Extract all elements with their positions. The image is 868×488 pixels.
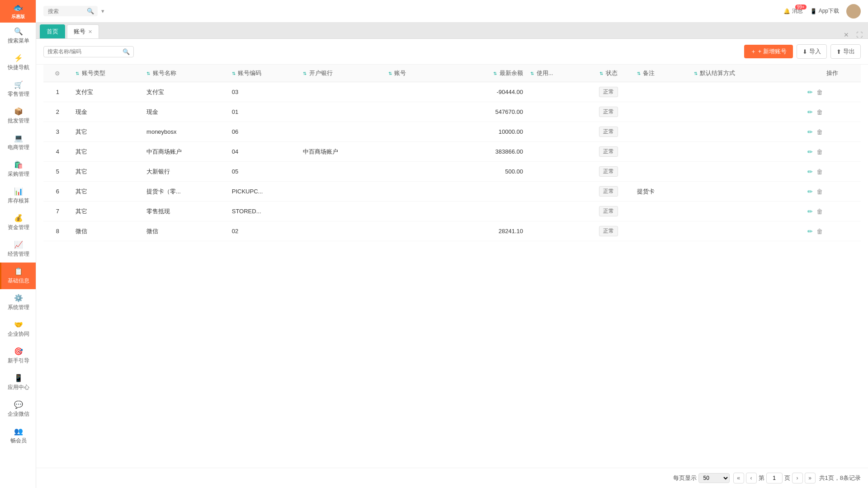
edit-button[interactable]: ✏ bbox=[807, 128, 813, 136]
sidebar-item-wechat[interactable]: 💬 企业微信 bbox=[0, 396, 36, 422]
sidebar-item-shortcuts[interactable]: ⚡ 快捷导航 bbox=[0, 49, 36, 76]
col-account[interactable]: ⇅ 账号 bbox=[385, 65, 456, 82]
column-settings-icon[interactable]: ⚙ bbox=[55, 70, 60, 77]
delete-button[interactable]: 🗑 bbox=[816, 168, 823, 175]
account-search-box[interactable]: 🔍 bbox=[43, 46, 134, 57]
edit-button[interactable]: ✏ bbox=[807, 188, 813, 195]
account-search-input[interactable] bbox=[47, 48, 120, 55]
app-download-button[interactable]: 📱 App下载 bbox=[810, 7, 839, 15]
row-bank bbox=[299, 182, 385, 202]
sidebar-item-label: 电商管理 bbox=[8, 144, 29, 151]
row-usage bbox=[527, 221, 584, 241]
export-button[interactable]: ⬆ 导出 bbox=[830, 44, 861, 59]
sort-balance-icon: ⇅ bbox=[493, 71, 497, 76]
bell-icon: 🔔 bbox=[783, 8, 790, 14]
row-remark bbox=[633, 122, 690, 142]
edit-button[interactable]: ✏ bbox=[807, 148, 813, 155]
sidebar-item-system[interactable]: ⚙️ 系统管理 bbox=[0, 289, 36, 316]
delete-button[interactable]: 🗑 bbox=[816, 228, 823, 235]
col-code[interactable]: ⇅ 账号编码 bbox=[228, 65, 299, 82]
tab-home[interactable]: 首页 bbox=[40, 24, 65, 38]
status-badge: 正常 bbox=[599, 127, 618, 137]
row-code: PICKUPC... bbox=[228, 182, 299, 202]
row-type: 其它 bbox=[72, 142, 143, 162]
delete-button[interactable]: 🗑 bbox=[816, 188, 823, 195]
sidebar-item-operations[interactable]: 📈 经营管理 bbox=[0, 236, 36, 263]
row-remark bbox=[633, 221, 690, 241]
last-page-button[interactable]: » bbox=[805, 473, 816, 483]
sidebar-item-finance[interactable]: 💰 资金管理 bbox=[0, 209, 36, 236]
col-balance[interactable]: ⇅ 最新余额 bbox=[456, 65, 527, 82]
col-type[interactable]: ⇅ 账号类型 bbox=[72, 65, 143, 82]
topbar-search-input[interactable] bbox=[48, 8, 84, 14]
sidebar-item-label: 基础信息 bbox=[8, 277, 29, 285]
delete-button[interactable]: 🗑 bbox=[816, 89, 823, 96]
edit-button[interactable]: ✏ bbox=[807, 89, 813, 96]
page-size-selector[interactable]: 每页显示 10 20 50 100 bbox=[673, 473, 730, 483]
delete-button[interactable]: 🗑 bbox=[816, 208, 823, 215]
page-number-input[interactable] bbox=[766, 473, 783, 483]
row-balance bbox=[456, 202, 527, 221]
page-navigation: « ‹ 第 页 › » bbox=[733, 473, 816, 483]
edit-button[interactable]: ✏ bbox=[807, 208, 813, 215]
sidebar-item-search-menu[interactable]: 🔍 搜索菜单 bbox=[0, 23, 36, 49]
topbar-search-box[interactable]: 🔍 bbox=[43, 6, 98, 16]
action-buttons: ✏ 🗑 bbox=[807, 108, 857, 116]
status-badge: 正常 bbox=[599, 87, 618, 97]
row-balance bbox=[456, 182, 527, 202]
action-buttons: ✏ 🗑 bbox=[807, 208, 857, 215]
col-settings[interactable]: ⚙ bbox=[43, 65, 72, 82]
col-settle[interactable]: ⇅ 默认结算方式 bbox=[690, 65, 804, 82]
row-bank bbox=[299, 102, 385, 122]
topbar-chevron-icon[interactable]: ▾ bbox=[101, 8, 104, 14]
tab-account-label: 账号 bbox=[74, 28, 85, 36]
sidebar-item-basic-info[interactable]: 📋 基础信息 bbox=[0, 263, 36, 289]
sidebar-item-inventory[interactable]: 📊 库存核算 bbox=[0, 183, 36, 209]
app-name: 乐惠版 bbox=[11, 14, 25, 20]
first-page-button[interactable]: « bbox=[733, 473, 744, 483]
col-status[interactable]: ⇅ 状态 bbox=[584, 65, 633, 82]
sidebar-item-app-center[interactable]: 📱 应用中心 bbox=[0, 369, 36, 396]
notification-button[interactable]: 🔔 消息 99+ bbox=[783, 7, 803, 15]
import-button[interactable]: ⬇ 导入 bbox=[797, 44, 827, 59]
col-bank[interactable]: ⇅ 开户银行 bbox=[299, 65, 385, 82]
page-size-select-input[interactable]: 10 20 50 100 bbox=[698, 473, 730, 483]
row-balance: 500.00 bbox=[456, 162, 527, 182]
edit-button[interactable]: ✏ bbox=[807, 228, 813, 235]
col-remark[interactable]: ⇅ 备注 bbox=[633, 65, 690, 82]
row-action: ✏ 🗑 bbox=[804, 202, 861, 221]
row-action: ✏ 🗑 bbox=[804, 182, 861, 202]
page-goto-label: 第 bbox=[759, 474, 764, 482]
edit-button[interactable]: ✏ bbox=[807, 168, 813, 175]
main-area: 🔍 ▾ 🔔 消息 99+ 📱 App下载 首页 账号 ✕ ✕ bbox=[36, 0, 868, 488]
sidebar-item-member[interactable]: 👥 畅会员 bbox=[0, 422, 36, 449]
sidebar-item-cooperation[interactable]: 🤝 企业协同 bbox=[0, 316, 36, 343]
col-name[interactable]: ⇅ 账号名称 bbox=[143, 65, 228, 82]
prev-page-button[interactable]: ‹ bbox=[746, 473, 757, 483]
row-settle bbox=[690, 142, 804, 162]
maximize-button[interactable]: ⛶ bbox=[854, 31, 864, 38]
table-header-row: ⚙ ⇅ 账号类型 ⇅ 账号名称 ⇅ bbox=[43, 65, 861, 82]
next-page-button[interactable]: › bbox=[792, 473, 803, 483]
sidebar-item-retail[interactable]: 🛒 零售管理 bbox=[0, 76, 36, 103]
action-buttons: ✏ 🗑 bbox=[807, 89, 857, 96]
col-usage[interactable]: ⇅ 使用... bbox=[527, 65, 584, 82]
tab-account[interactable]: 账号 ✕ bbox=[67, 24, 99, 38]
edit-button[interactable]: ✏ bbox=[807, 108, 813, 116]
add-account-button[interactable]: ＋ + 新增账号 bbox=[744, 45, 793, 58]
close-tab-icon[interactable]: ✕ bbox=[88, 29, 92, 35]
minimize-button[interactable]: ✕ bbox=[842, 31, 851, 38]
delete-button[interactable]: 🗑 bbox=[816, 108, 823, 116]
delete-button[interactable]: 🗑 bbox=[816, 128, 823, 136]
delete-button[interactable]: 🗑 bbox=[816, 148, 823, 155]
sidebar-item-guide[interactable]: 🎯 新手引导 bbox=[0, 343, 36, 369]
sidebar-item-wholesale[interactable]: 📦 批发管理 bbox=[0, 103, 36, 129]
row-account bbox=[385, 102, 456, 122]
row-usage bbox=[527, 102, 584, 122]
sidebar-item-ecommerce[interactable]: 💻 电商管理 bbox=[0, 129, 36, 156]
sidebar-item-purchase[interactable]: 🛍️ 采购管理 bbox=[0, 156, 36, 183]
toolbar-buttons: ＋ + 新增账号 ⬇ 导入 ⬆ 导出 bbox=[744, 44, 861, 59]
user-avatar[interactable] bbox=[846, 4, 861, 19]
shortcuts-icon: ⚡ bbox=[14, 54, 23, 62]
purchase-icon: 🛍️ bbox=[14, 160, 23, 169]
